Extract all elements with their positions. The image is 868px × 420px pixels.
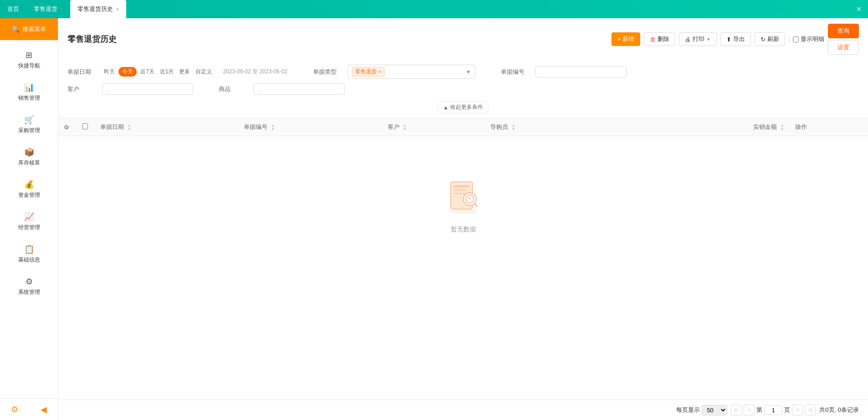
export-button[interactable]: ⬆ 导出 bbox=[720, 32, 751, 46]
page-label: 第 bbox=[756, 406, 762, 414]
sidebar-item-quick-nav[interactable]: ⊞ 快捷导航 bbox=[0, 44, 58, 76]
collapse-button[interactable]: ▲ 收起更多条件 bbox=[437, 101, 489, 113]
tab-retail-return-label: 零售退货 bbox=[34, 5, 57, 13]
page-title: 零售退货历史 bbox=[67, 34, 117, 45]
inventory-icon: 📦 bbox=[24, 147, 34, 157]
refresh-button[interactable]: ↻ 刷新 bbox=[755, 32, 785, 46]
tab-home-label: 首页 bbox=[7, 5, 19, 13]
type-filter-box[interactable]: 零售退货 × ▼ bbox=[348, 65, 475, 79]
export-button-label: 导出 bbox=[733, 35, 745, 43]
sidebar-item-base-info[interactable]: 📋 基础信息 bbox=[0, 238, 58, 270]
date-opt-today[interactable]: 今天 bbox=[118, 67, 137, 77]
svg-line-7 bbox=[474, 204, 477, 206]
page-prev-button[interactable]: < bbox=[744, 405, 755, 415]
divider bbox=[789, 36, 789, 43]
system-icon: ⚙ bbox=[26, 277, 33, 287]
delete-button[interactable]: 🗑 删除 bbox=[644, 32, 675, 46]
th-customer: 客户 ▲▼ bbox=[382, 118, 485, 136]
th-checkbox bbox=[77, 118, 95, 136]
window-close-button[interactable]: × bbox=[850, 0, 868, 18]
empty-illustration bbox=[441, 173, 486, 218]
main-layout: 🔍 搜索菜单 ⊞ 快捷导航 📊 销售管理 🛒 采购管理 📦 库存核算 💰 bbox=[0, 18, 868, 420]
th-amount-label: 实销金额 bbox=[753, 123, 777, 130]
customer-sort-icon[interactable]: ▲▼ bbox=[403, 124, 406, 131]
sidebar-item-system[interactable]: ⚙ 系统管理 bbox=[0, 270, 58, 302]
page-unit: 页 bbox=[784, 406, 790, 414]
query-button-label: 查询 bbox=[837, 27, 849, 35]
th-spacer bbox=[608, 118, 646, 136]
operations-icon: 📈 bbox=[24, 212, 34, 222]
goods-filter-input[interactable]: ... bbox=[253, 83, 344, 95]
show-detail-input[interactable] bbox=[793, 36, 799, 42]
date-opt-yesterday[interactable]: 昨天 bbox=[102, 67, 117, 77]
svg-rect-3 bbox=[453, 189, 466, 191]
table-settings-icon[interactable]: ⚙ bbox=[64, 124, 69, 131]
sidebar-item-sales-label: 销售管理 bbox=[18, 94, 40, 102]
finance-icon: 💰 bbox=[24, 179, 34, 190]
tab-retail-return[interactable]: 零售退货 × bbox=[26, 0, 70, 18]
sidebar: 🔍 搜索菜单 ⊞ 快捷导航 📊 销售管理 🛒 采购管理 📦 库存核算 💰 bbox=[0, 18, 58, 420]
data-table: ⚙ 单据日期 ▲▼ 单据编号 ▲▼ bbox=[58, 118, 868, 136]
settings-bottom-icon[interactable]: ⚙ bbox=[11, 405, 18, 415]
total-info: 共0页, 0条记录 bbox=[819, 406, 859, 414]
filter-row-1: 单据日期 昨天 今天 近7天 近1月 更多 自定义 2023-06-02 至 2… bbox=[67, 65, 859, 79]
doc-number-filter-label: 单据编号 bbox=[501, 68, 528, 76]
customer-filter-input[interactable]: ... bbox=[102, 83, 193, 95]
table-header-row: ⚙ 单据日期 ▲▼ 单据编号 ▲▼ bbox=[58, 118, 868, 136]
svg-point-0 bbox=[450, 209, 477, 214]
date-sort-icon[interactable]: ▲▼ bbox=[128, 124, 131, 131]
date-options: 昨天 今天 近7天 近1月 更多 自定义 bbox=[102, 67, 214, 77]
top-bar: 首页 零售退货 × 零售退货历史 × × bbox=[0, 0, 868, 18]
setting-button[interactable]: 设置 bbox=[828, 40, 859, 55]
th-operation-label: 操作 bbox=[795, 123, 807, 130]
sidebar-item-purchase[interactable]: 🛒 采购管理 bbox=[0, 108, 58, 141]
doc-number-sort-icon[interactable]: ▲▼ bbox=[271, 124, 275, 131]
date-filter-label: 单据日期 bbox=[67, 68, 95, 76]
per-page-select[interactable]: 10 20 50 100 bbox=[702, 405, 727, 415]
date-opt-custom[interactable]: 自定义 bbox=[194, 67, 214, 77]
th-date-label: 单据日期 bbox=[100, 123, 124, 130]
page-number-input[interactable] bbox=[764, 405, 782, 415]
print-button[interactable]: 🖨 打印 ▼ bbox=[679, 32, 717, 46]
date-opt-1month[interactable]: 近1月 bbox=[158, 67, 176, 77]
new-button[interactable]: + 新增 bbox=[611, 32, 640, 46]
content-area: 零售退货历史 + 新增 🗑 删除 🖨 打印 ▼ ⬆ bbox=[58, 18, 868, 420]
date-opt-7days[interactable]: 近7天 bbox=[139, 67, 156, 77]
type-filter-tag-close[interactable]: × bbox=[379, 69, 381, 74]
sidebar-search[interactable]: 🔍 搜索菜单 bbox=[0, 18, 58, 40]
select-all-checkbox[interactable] bbox=[82, 123, 88, 129]
export-icon: ⬆ bbox=[726, 36, 731, 43]
amount-sort-icon[interactable]: ▲▼ bbox=[781, 124, 784, 131]
print-button-label: 打印 bbox=[693, 35, 704, 43]
show-detail-checkbox[interactable]: 显示明细 bbox=[793, 35, 824, 43]
tab-retail-return-history[interactable]: 零售退货历史 × bbox=[70, 0, 126, 18]
sidebar-item-finance[interactable]: 💰 资金管理 bbox=[0, 173, 58, 205]
customer-filter-label: 客户 bbox=[67, 85, 95, 93]
page-actions: + 新增 🗑 删除 🖨 打印 ▼ ⬆ 导出 bbox=[611, 24, 859, 55]
guide-sort-icon[interactable]: ▲▼ bbox=[512, 124, 515, 131]
base-info-icon: 📋 bbox=[24, 244, 34, 254]
sidebar-item-operations[interactable]: 📈 经营管理 bbox=[0, 205, 58, 238]
new-button-label: + 新增 bbox=[617, 35, 634, 43]
page-next-button[interactable]: > bbox=[792, 405, 803, 415]
sidebar-item-sales[interactable]: 📊 销售管理 bbox=[0, 76, 58, 108]
tab-retail-return-history-close[interactable]: × bbox=[116, 6, 118, 12]
sidebar-item-quick-nav-label: 快捷导航 bbox=[18, 62, 40, 70]
page-first-button[interactable]: |< bbox=[731, 405, 742, 415]
sidebar-search-label: 搜索菜单 bbox=[22, 25, 46, 33]
tab-home[interactable]: 首页 bbox=[0, 0, 26, 18]
query-button[interactable]: 查询 bbox=[828, 24, 859, 38]
sidebar-item-base-info-label: 基础信息 bbox=[18, 256, 40, 264]
sidebar-item-system-label: 系统管理 bbox=[18, 288, 40, 296]
delete-button-label: 删除 bbox=[657, 35, 669, 43]
page-title-row: 零售退货历史 + 新增 🗑 删除 🖨 打印 ▼ ⬆ bbox=[67, 24, 859, 55]
page-last-button[interactable]: >| bbox=[805, 405, 816, 415]
quick-nav-icon: ⊞ bbox=[26, 50, 32, 60]
sidebar-item-inventory[interactable]: 📦 库存核算 bbox=[0, 141, 58, 173]
collapse-up-icon: ▲ bbox=[443, 104, 449, 111]
filter-collapse-row: ▲ 收起更多条件 bbox=[67, 99, 859, 118]
tab-retail-return-close[interactable]: × bbox=[60, 6, 63, 12]
doc-number-input[interactable] bbox=[535, 66, 627, 77]
collapse-sidebar-icon[interactable]: ◀ bbox=[41, 405, 47, 415]
date-opt-more[interactable]: 更多 bbox=[177, 67, 192, 77]
